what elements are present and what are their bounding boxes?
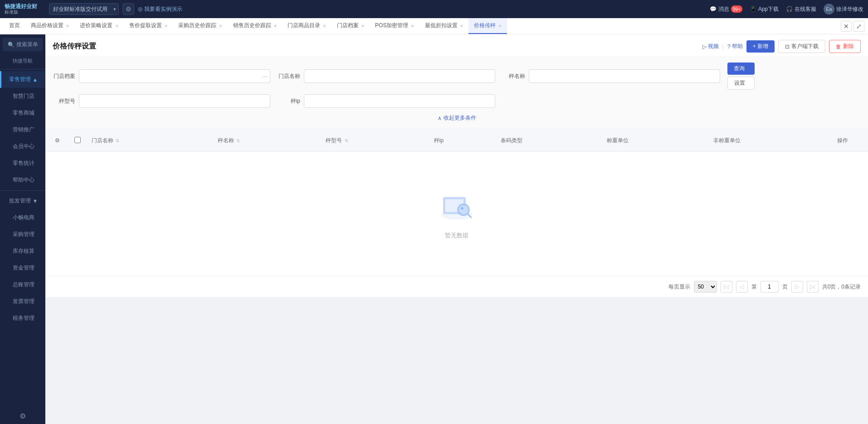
page-title: 价格传秤设置 — [53, 42, 96, 51]
tab-bar-actions: ✕ ⤢ — [841, 18, 864, 34]
tab-purchase-track-close[interactable]: × — [219, 23, 222, 29]
help-icon: ? — [727, 43, 731, 50]
play-icon: ▷ — [702, 43, 707, 50]
sort-scale-model-icon[interactable]: ⇅ — [345, 138, 348, 143]
sidebar-item-inventory[interactable]: 库存核算 — [0, 243, 45, 260]
tab-purchase-track[interactable]: 采购历史价跟踪 × — [173, 18, 227, 34]
page-size-select[interactable]: 50 10 20 100 — [694, 281, 717, 293]
tab-pos-encrypt[interactable]: POS加密管理 × — [370, 18, 419, 34]
messages-button[interactable]: 💬 消息 99+ — [710, 5, 742, 13]
sidebar-item-finance[interactable]: 资金管理 — [0, 260, 45, 276]
table-header-row: ⚙ 门店名称 ⇅ 秤名称 ⇅ — [45, 130, 868, 152]
tab-purchase-track-label: 采购历史价跟踪 — [178, 22, 216, 29]
store-name-input[interactable] — [304, 69, 495, 83]
sidebar-item-general-ledger[interactable]: 总账管理 — [0, 276, 45, 293]
tab-home[interactable]: 首页 — [4, 18, 25, 34]
last-page-button[interactable]: ▷| — [807, 281, 819, 293]
tab-store-profile[interactable]: 门店档案 × — [332, 18, 370, 34]
tab-cost-strategy-close[interactable]: × — [115, 23, 118, 29]
filter-row-1: 门店档案 ··· 门店名称 秤名称 — [53, 63, 861, 90]
next-page-button[interactable]: ▷ — [791, 281, 803, 293]
video-link[interactable]: ▷ 视频 — [702, 43, 719, 50]
sidebar-item-membership[interactable]: 会员中心 — [0, 138, 45, 155]
scale-name-label: 秤名称 — [502, 72, 525, 80]
version-select-wrap[interactable]: 好业财标准版交付试用 — [49, 3, 119, 15]
settings-icon-button[interactable]: ⚙ — [122, 3, 134, 15]
content-area: 价格传秤设置 ▷ 视频 | ? 帮助 + 新增 ⊡ — [45, 34, 868, 424]
sidebar-item-marketing[interactable]: 营销推广 — [0, 121, 45, 138]
scale-ip-input[interactable] — [304, 94, 495, 108]
search-menu-button[interactable]: 🔍 搜索菜单 — [3, 38, 43, 51]
sidebar-item-purchase-label: 采购管理 — [13, 231, 34, 237]
quick-nav-button[interactable]: 快捷导航 — [0, 55, 45, 67]
tab-min-discount[interactable]: 最低折扣设置 × — [419, 18, 468, 34]
table-settings-header: ⚙ — [45, 130, 69, 152]
help-link[interactable]: ? 帮助 — [727, 43, 743, 50]
tab-close-button[interactable]: ✕ — [841, 21, 852, 32]
first-page-button[interactable]: |◁ — [721, 281, 732, 293]
prev-page-button[interactable]: ◁ — [736, 281, 748, 293]
sidebar-gear-icon[interactable]: ⚙ — [20, 412, 26, 420]
add-button[interactable]: + 新增 — [746, 40, 775, 53]
tab-price-scale[interactable]: 价格传秤 × — [468, 18, 507, 34]
select-all-checkbox[interactable] — [74, 137, 81, 143]
collapse-button[interactable]: ∧ 收起更多条件 — [438, 112, 476, 124]
table-column-settings-button[interactable]: ⚙ — [51, 134, 63, 147]
sidebar-item-retail-management[interactable]: 零售管理 ▲ — [0, 71, 45, 88]
sidebar-item-purchase[interactable]: 采购管理 — [0, 226, 45, 243]
th-scale-ip-label: 秤ip — [434, 137, 444, 144]
current-page-input[interactable] — [761, 281, 779, 293]
tab-sales-track-close[interactable]: × — [274, 23, 277, 29]
sidebar-item-ecommerce[interactable]: 小畅电商 — [0, 209, 45, 226]
tab-store-profile-close[interactable]: × — [361, 23, 364, 29]
scale-name-input[interactable] — [529, 69, 720, 83]
tab-store-catalog-close[interactable]: × — [323, 23, 326, 29]
sidebar-item-retail-management-label: 零售管理 — [9, 76, 31, 83]
logo-subtitle: 标准版 — [5, 10, 18, 15]
tab-store-catalog[interactable]: 门店商品目录 × — [282, 18, 331, 34]
sidebar-item-help-center[interactable]: 帮助中心 — [0, 172, 45, 188]
user-menu-button[interactable]: Ea 徐泽华修改 — [824, 4, 863, 14]
version-select[interactable]: 好业财标准版交付试用 — [49, 3, 119, 15]
tab-pos-encrypt-close[interactable]: × — [411, 23, 414, 29]
tab-cost-strategy[interactable]: 进价策略设置 × — [74, 18, 123, 34]
th-scale-name-label: 秤名称 — [218, 137, 234, 144]
settings-action-button[interactable]: 设置 — [727, 77, 755, 90]
sort-scale-name-icon[interactable]: ⇅ — [236, 138, 240, 143]
sidebar-item-retail-mall[interactable]: 零售商城 — [0, 105, 45, 121]
chevron-down-icon: ▼ — [33, 198, 38, 204]
sidebar-item-retail-mall-label: 零售商城 — [13, 110, 34, 116]
sidebar-item-tax[interactable]: 税务管理 — [0, 310, 45, 327]
sort-store-name-icon[interactable]: ⇅ — [116, 138, 119, 143]
th-store-name-label: 门店名称 — [92, 137, 113, 144]
scale-model-input[interactable] — [79, 94, 270, 108]
empty-text: 暂无数据 — [445, 231, 468, 240]
tab-store-profile-label: 门店档案 — [337, 22, 359, 29]
chevron-up-icon: ▲ — [33, 77, 38, 83]
sidebar-item-retail-stats[interactable]: 零售统计 — [0, 155, 45, 172]
sidebar-item-wholesale-label: 批发管理 — [9, 197, 31, 205]
table-wrap: ⚙ 门店名称 ⇅ 秤名称 ⇅ — [45, 130, 868, 276]
demo-button[interactable]: 我要看实例演示 — [138, 5, 182, 13]
delete-button[interactable]: 🗑 删除 — [829, 40, 861, 53]
tab-fullscreen-button[interactable]: ⤢ — [853, 21, 864, 32]
sidebar-item-wholesale[interactable]: 批发管理 ▼ — [0, 193, 45, 209]
store-profile-dots-icon[interactable]: ··· — [262, 72, 268, 80]
sidebar-item-invoice[interactable]: 发票管理 — [0, 293, 45, 310]
tab-sales-track[interactable]: 销售历史价跟踪 × — [228, 18, 282, 34]
tab-price-setting[interactable]: 商品价格设置 × — [25, 18, 74, 34]
tab-sale-extract-close[interactable]: × — [165, 23, 167, 29]
tab-price-scale-close[interactable]: × — [498, 23, 501, 29]
client-download-button[interactable]: ⊡ 客户端下载 — [778, 40, 825, 53]
app-download-button[interactable]: 📱 App下载 — [750, 5, 779, 13]
store-profile-input[interactable] — [79, 69, 270, 83]
filter-scale-name: 秤名称 — [502, 69, 720, 83]
online-service-button[interactable]: 🎧 在线客服 — [786, 5, 816, 13]
tab-sale-extract[interactable]: 售价提取设置 × — [124, 18, 173, 34]
tab-price-setting-close[interactable]: × — [66, 23, 69, 29]
top-bar-right: 💬 消息 99+ 📱 App下载 🎧 在线客服 Ea 徐泽华修改 — [710, 4, 863, 14]
tab-min-discount-close[interactable]: × — [460, 23, 463, 29]
tab-bar: 首页 商品价格设置 × 进价策略设置 × 售价提取设置 × 采购历史价跟踪 × … — [0, 18, 868, 34]
query-button[interactable]: 查询 — [727, 63, 755, 75]
sidebar-item-smart-store[interactable]: 智慧门店 — [0, 88, 45, 105]
